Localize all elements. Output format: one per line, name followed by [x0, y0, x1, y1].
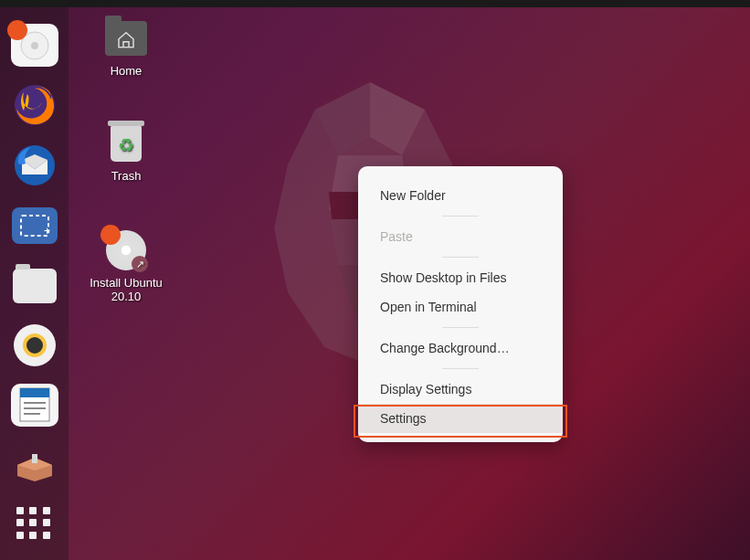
dock-software-center[interactable]	[11, 447, 58, 490]
firefox-icon	[13, 83, 57, 127]
disc-icon: ↗	[106, 230, 146, 270]
trash-icon: ♻	[111, 125, 142, 162]
menu-item-paste: Paste	[358, 222, 563, 251]
dock-screenshot[interactable]: +	[11, 204, 58, 247]
desktop-context-menu: New Folder Paste Show Desktop in Files O…	[358, 166, 563, 442]
menu-separator	[442, 216, 479, 217]
menu-item-new-folder[interactable]: New Folder	[358, 181, 563, 210]
rhythmbox-icon	[14, 324, 56, 366]
ubuntu-logo-icon	[100, 225, 121, 245]
files-icon	[13, 269, 57, 303]
dock-thunderbird[interactable]	[11, 143, 58, 187]
desktop-icon-label: Install Ubuntu 20.10	[80, 276, 172, 303]
svg-rect-16	[20, 388, 49, 397]
menu-separator	[442, 368, 479, 369]
software-icon	[14, 454, 56, 483]
dock-show-applications[interactable]	[16, 507, 53, 540]
ubuntu-logo-icon	[7, 20, 27, 40]
desktop-icon-label: Home	[80, 64, 172, 78]
menu-separator	[442, 257, 479, 258]
thunderbird-icon	[13, 143, 57, 187]
dock-libreoffice-writer[interactable]	[11, 384, 58, 427]
desktop-icon-label: Trash	[80, 169, 172, 183]
dock-ubuntu-installer[interactable]	[11, 24, 58, 67]
menu-separator	[442, 327, 479, 328]
svg-rect-20	[32, 454, 37, 463]
folder-icon	[105, 21, 147, 56]
desktop-icon-trash[interactable]: ♻ Trash	[80, 123, 172, 183]
dock-firefox[interactable]	[11, 83, 58, 127]
dock: +	[0, 7, 69, 560]
svg-text:+: +	[44, 225, 50, 238]
top-panel	[0, 0, 750, 7]
dock-rhythmbox[interactable]	[11, 323, 58, 366]
menu-item-change-background[interactable]: Change Background…	[358, 333, 563, 363]
desktop-icon-home[interactable]: Home	[80, 18, 172, 78]
svg-point-10	[31, 42, 38, 49]
menu-item-open-in-terminal[interactable]: Open in Terminal	[358, 292, 563, 322]
desktop-icon-install-ubuntu[interactable]: ↗ Install Ubuntu 20.10	[80, 230, 172, 303]
menu-item-settings[interactable]: Settings	[358, 404, 563, 433]
menu-item-show-desktop-in-files[interactable]: Show Desktop in Files	[358, 263, 563, 292]
screenshot-icon: +	[12, 207, 58, 244]
dock-files[interactable]	[11, 264, 58, 307]
writer-icon	[15, 385, 55, 425]
shortcut-arrow-icon: ↗	[132, 256, 148, 272]
menu-item-display-settings[interactable]: Display Settings	[358, 375, 563, 404]
